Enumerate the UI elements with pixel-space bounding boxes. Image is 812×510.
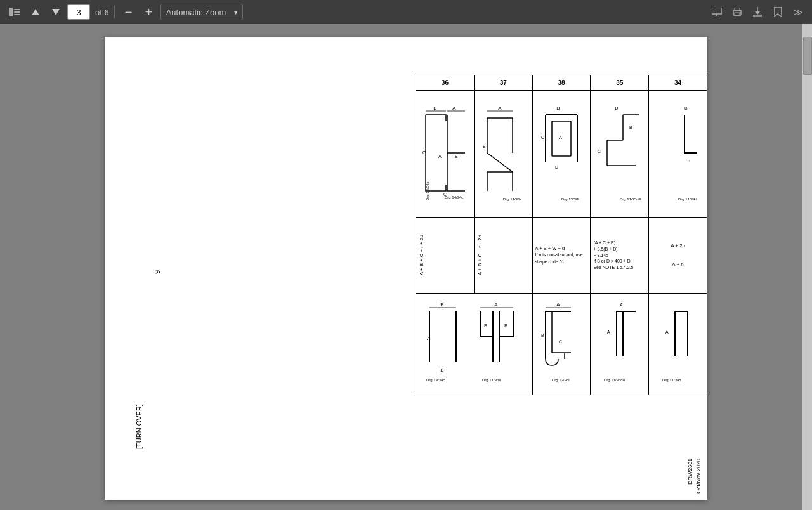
svg-text:B: B: [441, 302, 444, 308]
toolbar-right-actions: ≫: [708, 3, 807, 21]
svg-text:Drg 11/35d4: Drg 11/35d4: [604, 378, 625, 382]
svg-line-32: [487, 153, 513, 172]
drw-info: DRW2601 Oct/Nov 2020: [686, 459, 702, 494]
svg-text:B: B: [541, 333, 544, 337]
svg-text:C: C: [541, 135, 544, 140]
presentation-mode-button[interactable]: [708, 3, 726, 21]
svg-rect-6: [712, 8, 722, 14]
svg-text:C: C: [598, 149, 601, 154]
shape-38-cell: B: [532, 91, 591, 218]
svg-text:A: A: [495, 302, 499, 308]
svg-text:Drg 14/34c: Drg 14/34c: [426, 182, 429, 200]
svg-text:Drg 14/34c: Drg 14/34c: [426, 378, 445, 382]
svg-rect-0: [9, 8, 13, 16]
prev-page-button[interactable]: [27, 3, 44, 21]
svg-text:A: A: [499, 105, 502, 111]
bottom-row: B A B Drg 14/34c A: [416, 294, 707, 395]
svg-text:D: D: [555, 165, 558, 169]
col-header-38: 38: [532, 75, 591, 91]
svg-text:n: n: [688, 159, 690, 163]
bookmark-button[interactable]: [769, 3, 787, 21]
separator-1: [114, 6, 115, 18]
svg-text:A: A: [427, 336, 431, 341]
shape-36-cell: B A C A B: [416, 91, 475, 218]
print-button[interactable]: [728, 3, 746, 21]
svg-rect-2: [14, 11, 20, 13]
formula-36-cell: A + B + C + r + 2d: [416, 218, 475, 294]
svg-text:A: A: [607, 330, 610, 334]
svg-text:B: B: [441, 367, 444, 373]
download-button[interactable]: [749, 3, 766, 21]
svg-text:B: B: [483, 144, 486, 148]
bottom-shape-36-svg: B A B Drg 14/34c A: [423, 299, 525, 388]
svg-text:A: A: [453, 105, 457, 111]
bottom-38-cell: A C Drg 13/38l B: [532, 294, 591, 395]
bottom-shape-35-svg: A A Drg 11/35d4: [594, 299, 645, 388]
formula-36: A + B + C + r + 2d: [419, 235, 425, 275]
svg-text:A: A: [559, 135, 562, 140]
svg-marker-13: [755, 11, 760, 15]
sidebar-toggle-button[interactable]: [5, 3, 24, 21]
svg-text:B: B: [684, 106, 688, 110]
shape-34-svg: B n Drg 11/34d: [653, 102, 704, 204]
svg-marker-5: [52, 9, 60, 15]
right-scrollbar[interactable]: [802, 24, 812, 510]
svg-rect-3: [14, 14, 20, 15]
shape-34-cell: B n Drg 11/34d: [649, 91, 707, 218]
svg-text:B: B: [455, 154, 458, 159]
svg-text:A: A: [620, 303, 623, 307]
bottom-shape-38-svg: A C Drg 13/38l B: [536, 299, 587, 388]
formula-row: A + B + C + r + 2d A + B + C − r − 2d A …: [416, 218, 707, 294]
zoom-in-button[interactable]: +: [140, 3, 158, 21]
zoom-out-button[interactable]: −: [120, 3, 138, 21]
svg-marker-16: [774, 7, 782, 17]
svg-text:Drg 11/35d4: Drg 11/35d4: [620, 197, 641, 201]
zoom-selector-wrapper: Automatic Zoom Actual Size Page Fit Page…: [160, 4, 243, 20]
svg-text:Drg 14/34c: Drg 14/34c: [445, 195, 463, 199]
col-header-37: 37: [474, 75, 532, 91]
svg-text:Drg 11/36s: Drg 11/36s: [482, 378, 501, 382]
svg-text:B: B: [629, 125, 632, 129]
col-header-34: 34: [649, 75, 707, 91]
shape-38-svg: B: [536, 102, 587, 204]
svg-text:Drg 11/34d: Drg 11/34d: [678, 197, 697, 201]
svg-text:C: C: [559, 339, 562, 344]
svg-text:Drg 13/38l: Drg 13/38l: [552, 378, 570, 382]
svg-text:C: C: [443, 192, 447, 197]
drw-number: DRW2601: [687, 459, 693, 485]
formula-35-cell: (A + C + E) + 0.5(B + D) − 3.14d If B or…: [591, 218, 649, 294]
scroll-thumb[interactable]: [803, 37, 812, 75]
header-row: 36 37 38 35 34: [416, 75, 707, 91]
shape-37-svg: A B: [478, 102, 528, 204]
svg-text:D: D: [615, 106, 618, 110]
col-header-36: 36: [416, 75, 475, 91]
col-header-35: 35: [591, 75, 649, 91]
pdf-toolbar: 3 of 6 − + Automatic Zoom Actual Size Pa…: [0, 0, 812, 24]
formula-35: (A + C + E) + 0.5(B + D) − 3.14d If B or…: [593, 240, 646, 271]
next-page-button[interactable]: [47, 3, 65, 21]
svg-text:B: B: [556, 105, 560, 111]
svg-text:A: A: [556, 302, 560, 308]
drawing-table: 36 37 38 35 34 B A: [416, 75, 707, 395]
shape-36-svg: B A C A B: [419, 102, 470, 204]
shape-row: B A C A B: [416, 91, 707, 218]
pdf-content-area[interactable]: 9 36 37 38 35 34 B: [0, 24, 812, 510]
shape-37-cell: A B: [474, 91, 532, 218]
bottom-shape-34-svg: A Drg 11/34d: [653, 299, 704, 388]
formula-38: A + B + W − d If n is non-standard, use …: [535, 245, 588, 266]
page-number-input[interactable]: 3: [67, 4, 90, 20]
page-number-side: 9: [154, 270, 161, 274]
formula-37-cell: A + B + C − r − 2d: [474, 218, 532, 294]
svg-text:A: A: [665, 330, 669, 334]
formula-37: A + B + C − r − 2d: [477, 235, 483, 275]
svg-rect-1: [14, 9, 20, 10]
shape-35-svg: D B C Drg 11/35d4: [594, 102, 645, 204]
formula-34: A + 2n A + n: [652, 242, 704, 269]
formula-34-cell: A + 2n A + n: [649, 218, 707, 294]
drw-date: Oct/Nov 2020: [695, 459, 701, 494]
more-tools-button[interactable]: ≫: [789, 3, 807, 21]
zoom-select[interactable]: Automatic Zoom Actual Size Page Fit Page…: [160, 4, 243, 20]
svg-text:Drg 11/36s: Drg 11/36s: [503, 197, 521, 201]
bottom-36-cell: B A B Drg 14/34c A: [416, 294, 533, 395]
svg-text:A: A: [438, 154, 442, 159]
